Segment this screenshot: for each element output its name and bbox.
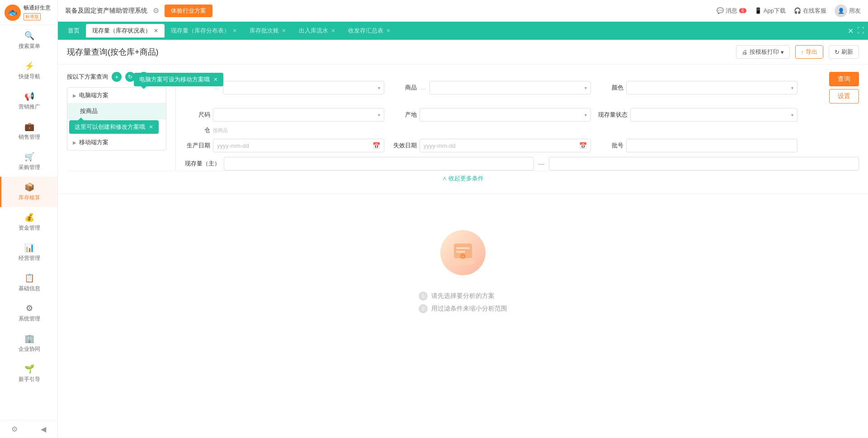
tip-text-2: 用过滤条件来缩小分析范围 [431,305,507,313]
print-btn[interactable]: 🖨 按模板打印 ▾ [736,45,790,59]
maximize-icon[interactable]: ⛶ [857,27,864,35]
add-scheme-btn[interactable]: + [112,72,122,82]
main-area: 装备及固定资产辅助管理系统 ⚙ 体验行业方案 💬 消息 6 📱 App下载 🎧 … [58,0,868,438]
content-inner: 现存量查询(按仓库+商品) 🖨 按模板打印 ▾ ↑ 导出 ↻ 刷新 [58,40,868,438]
empty-tip-2: ② 用过滤条件来缩小分析范围 [419,304,507,313]
tooltip2-text: 这里可以创建和修改方案哦 [75,123,145,131]
status-select[interactable]: ▾ [630,108,797,122]
scheme-tree: ▶ 电脑端方案 按商品 这里可以创建和修改方案哦 ✕ [67,87,166,151]
goods-select-arrow: ▾ [585,85,587,90]
sidebar-item-operation[interactable]: 📊 经营管理 [0,237,57,268]
stock-label: 现存量（主） [185,160,220,168]
sales-nav-icon: 💼 [24,122,34,132]
expiry-date-start[interactable]: yyyy-mm-dd 📅 [420,139,591,152]
tab-stock-dist[interactable]: 现存量（库存分布表） ✕ [165,24,243,38]
tab-inout[interactable]: 出入库流水 ✕ [292,24,342,38]
collapse-bar[interactable]: ∧ 收起更多条件 [67,170,859,186]
tab-batch-close[interactable]: ✕ [282,28,286,34]
sidebar-item-marketing[interactable]: 📢 营销推广 [0,86,57,116]
user-avatar: 👤 [835,5,847,17]
filter-area: 按以下方案查询 + ↻ ← 电脑方案可设为移动方案哦 ✕ [58,65,868,193]
tab-stock-status-label: 现存量（库存状况表） [92,27,151,35]
topbar-settings-icon[interactable]: ⚙ [153,6,159,15]
tab-stock-status-close[interactable]: ✕ [154,28,158,34]
scheme-mobile[interactable]: ▶ 移动端方案 [67,135,166,150]
tooltip-scheme-2: 这里可以创建和修改方案哦 ✕ [69,120,159,134]
tab-stock-status[interactable]: 现存量（库存状况表） ✕ [86,24,165,38]
system-name: 装备及固定资产辅助管理系统 [65,7,147,15]
refresh-btn[interactable]: ↻ 刷新 [829,45,859,59]
sidebar-item-search[interactable]: 🔍 搜索菜单 [0,25,57,56]
enterprise-nav-icon: 🏢 [24,334,34,344]
service-label: 在线客服 [803,7,826,15]
filter-field-size: 尺码 ▾ [185,108,384,122]
tip-num-1: ① [419,292,428,301]
message-icon-item[interactable]: 💬 消息 6 [717,7,746,15]
tooltip2-close[interactable]: ✕ [149,124,153,130]
logo-tag: 标准版 [24,13,41,20]
stock-min-input[interactable] [224,157,534,170]
tab-collect[interactable]: 收发存汇总表 ✕ [342,24,397,38]
scheme-pc-sub[interactable]: 按商品 [67,104,166,119]
industry-btn[interactable]: 体验行业方案 [165,5,212,17]
user-name: 用友 [849,7,861,15]
scheme-pc[interactable]: ▶ 电脑端方案 [67,88,166,104]
origin-select[interactable]: ▾ [420,108,591,122]
sidebar-item-purchase[interactable]: 🛒 采购管理 [0,146,57,177]
tooltip1-close[interactable]: ✕ [213,76,218,83]
tab-batch[interactable]: 库存批次账 ✕ [243,24,292,38]
batch-input[interactable] [626,139,797,152]
svg-point-0 [450,258,476,265]
production-date-start[interactable]: yyyy-mm-dd 📅 [213,139,384,152]
search-reset-group: 查询 设置 [829,72,859,104]
settings-bottom-icon[interactable]: ⚙ [11,425,18,433]
print-icon: 🖨 [742,49,748,56]
user-area[interactable]: 👤 用友 [835,5,861,17]
message-label: 消息 [726,7,737,15]
goods-select[interactable]: ▾ [429,81,591,94]
tab-inout-label: 出入库流水 [299,27,328,35]
page-header-actions: 🖨 按模板打印 ▾ ↑ 导出 ↻ 刷新 [736,45,859,59]
tab-stock-dist-close[interactable]: ✕ [232,28,237,34]
marketing-nav-icon: 📢 [24,91,34,101]
sidebar-item-enterprise[interactable]: 🏢 企业协同 [0,328,57,358]
scheme-pc-sub-item: 按商品 [80,107,98,115]
sidebar-item-stock[interactable]: 📦 库存核算 [0,177,57,207]
collapse-sidebar-icon[interactable]: ◀ [41,425,46,433]
tab-collect-close[interactable]: ✕ [386,28,391,34]
svg-rect-2 [456,247,470,249]
message-icon: 💬 [717,7,724,14]
stock-dash: — [538,160,544,167]
color-select[interactable]: ▾ [626,81,797,94]
stock-nav-icon: 📦 [24,182,34,192]
app-download-item[interactable]: 📱 App下载 [755,7,786,15]
tab-home[interactable]: 首页 [61,24,86,38]
logo-icon: 🐟 [5,5,21,21]
warehouse-select[interactable]: ▾ [223,81,384,94]
size-select[interactable]: ▾ [213,108,384,122]
sidebar-item-finance[interactable]: 💰 资金管理 [0,207,57,237]
tab-inout-close[interactable]: ✕ [331,28,335,34]
sidebar-item-sales[interactable]: 💼 销售管理 [0,116,57,146]
finance-nav-icon: 💰 [24,212,34,222]
tooltip1-text: 电脑方案可设为移动方案哦 [139,75,210,84]
service-item[interactable]: 🎧 在线客服 [794,7,826,15]
filter-field-expiry-date: 失效日期 yyyy-mm-dd 📅 [392,139,591,152]
close-all-tabs-icon[interactable]: ✕ [848,27,854,35]
reset-btn[interactable]: 设置 [829,89,859,104]
search-btn[interactable]: 查询 [829,72,859,86]
content-area: 现存量查询(按仓库+商品) 🖨 按模板打印 ▾ ↑ 导出 ↻ 刷新 [58,40,868,438]
print-dropdown-icon: ▾ [781,49,784,56]
refresh-icon: ↻ [835,49,840,56]
sidebar-bottom: ⚙ ◀ [0,420,57,438]
export-icon: ↑ [801,49,804,56]
logo-text: 畅通好生意 [24,5,51,12]
export-btn[interactable]: ↑ 导出 [795,45,824,59]
stock-max-input[interactable] [549,157,859,170]
sidebar-item-quick[interactable]: ⚡ 快捷导航 [0,56,57,86]
sidebar-item-guide[interactable]: 🌱 新手引导 [0,358,57,389]
sidebar-item-system[interactable]: ⚙ 系统管理 [0,298,57,328]
sidebar-item-basic[interactable]: 📋 基础信息 [0,268,57,298]
tip-num-2: ② [419,304,428,313]
topbar-icons: 💬 消息 6 📱 App下载 🎧 在线客服 👤 用友 [717,5,861,17]
